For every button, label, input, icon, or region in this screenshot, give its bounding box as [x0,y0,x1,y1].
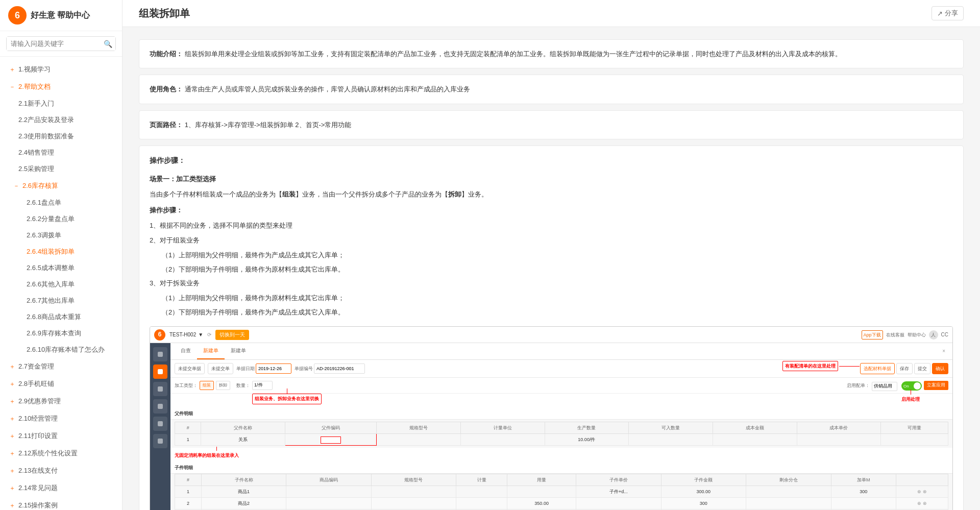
mock-toggle-on[interactable]: On [901,381,922,391]
mock-parent-section-title: 父件明细 [170,408,952,420]
sidebar-item-other-out[interactable]: 2.6.7其他出库单 [0,293,122,309]
mock-lower-table-wrap: # 子件名称 商品编码 规格型号 计量 用量 子件单价 子件金额 剩余分仓 [170,474,952,510]
mock-tab-close: × [939,343,948,359]
mock-submit-btn[interactable]: 提交 [914,363,930,374]
plus-icon6: ＋ [8,432,16,440]
mock-no-input[interactable] [314,363,365,374]
sidebar-item-video[interactable]: ＋ 1.视频学习 [0,61,122,78]
mock-enable-input[interactable] [872,382,897,391]
mock-uncommitted-btn2[interactable]: 未提交单 [208,363,233,374]
role-section: 使用角色： 通常由生产人员或库管人员完成拆装业务的操作，库管人员确认原材料的出库… [139,75,964,104]
sidebar-item-other-in[interactable]: 2.6.6其他入库单 [0,276,122,293]
sidebar-item-stocktake[interactable]: 2.6.1盘点单 [0,195,122,211]
mock-th-child-price: 子件单价 [576,474,661,485]
role-label: 使用角色： [150,85,183,93]
annotation-enable-text: 启用处理 [899,395,922,404]
mock-upper-table-wrap: # 父件名称 父件编码 规格型号 计量单位 生产数量 可入数量 成本金额 成本单 [170,420,952,448]
sidebar-item-adjust[interactable]: 2.6.3调拨单 [0,227,122,244]
sidebar-item-print[interactable]: ＋ 2.11打印设置 [0,427,122,445]
step-2-1: （1）上部明细为父件明细，最终作为产成品生成其它入库单； [162,249,953,261]
mock-toggle-knob [914,382,921,390]
step-2: 2、对于组装业务 [150,234,953,246]
sidebar-item-stock-query[interactable]: 2.6.9库存账本查询 [0,325,122,342]
share-icon: ↗ [937,10,943,17]
sidebar-item-data-prep[interactable]: 2.3使用前数据准备 [0,128,122,144]
mock-switch-btn[interactable]: 切换到一天 [215,330,249,340]
mock-select-material-btn[interactable]: 选配材料单据 [860,363,895,374]
sidebar-item-coupon[interactable]: ＋ 2.9优惠券管理 [0,393,122,410]
sidebar-item-stock-err[interactable]: 2.6.10库存账本错了怎么办 [0,342,122,358]
step-3: 3、对于拆装业务 [150,277,953,289]
sidebar-item-mobile[interactable]: ＋ 2.8手机旺铺 [0,375,122,393]
mock-toolbar: 未提交单据 未提交单 单据日期 单据编号 [170,360,952,378]
plus-icon5: ＋ [8,415,16,423]
plus-icon3: ＋ [8,380,16,388]
path-text: 1、库存核算->库存管理->组装拆卸单 2、首页->常用功能 [185,121,352,129]
plus-icon7: ＋ [8,449,16,457]
sidebar-item-sales[interactable]: 2.4销售管理 [0,144,122,161]
sidebar-item-install[interactable]: 2.2产品安装及登录 [0,112,122,128]
logo-icon: 6 [8,6,27,25]
mock-th-child-code: 商品编码 [286,474,371,485]
path-label: 页面路径： [150,121,183,129]
mock-th-parent-code: 父件编码 [285,422,376,433]
sidebar-item-faq[interactable]: ＋ 2.14常见问题 [0,479,122,497]
mock-th-child-extra: 加单M [831,474,896,485]
mock-save-btn[interactable]: 保存 [896,363,913,374]
step-1: 1、根据不同的业务，选择不同单据的类型来处理 [150,220,953,231]
mock-tab-new[interactable]: 新建单 [197,343,225,359]
mock-sidebar-icon5 [153,417,167,431]
mock-uncommitted-btn[interactable]: 未提交单据 [175,363,205,374]
mock-row-action2[interactable]: ⊕ ⊗ [917,501,927,506]
mock-no-field: 单据编号 [295,363,365,374]
step-2-2: （2）下部明细为子件明细，最终作为原材料生成其它出库单。 [162,263,953,275]
sidebar-item-cost-adjust[interactable]: 2.6.5成本调整单 [0,260,122,276]
sidebar-item-docs[interactable]: － 2.帮助文档 [0,78,122,95]
mock-tab-list[interactable]: 自查 [175,343,197,359]
step-3-1: （1）上部明细为父件明细，最终作为原材料生成其它出库单； [162,292,953,304]
mock-refresh-icon: ⟳ [207,330,211,339]
mock-th-avail: 可用量 [881,422,948,433]
sidebar-item-cost-calc[interactable]: 2.6.8商品成本重算 [0,309,122,325]
mock-apply-btn[interactable]: 立案应用 [924,381,948,390]
sidebar-item-split-stock[interactable]: 2.6.2分量盘点单 [0,211,122,227]
mock-topbar-icons: App下载 在线客服 帮助中心 人 CC [862,330,948,339]
mock-date-input[interactable] [256,363,291,374]
mock-td-in-qty [629,434,713,446]
sidebar: 6 好生意 帮助中心 🔍 ＋ 1.视频学习 － 2.帮助文档 2.1新手入门 2… [0,0,122,510]
search-icon[interactable]: 🔍 [104,40,112,48]
step-3-2: （2）下部明细为子件明细，最终作为产成品生成其它入库单。 [162,306,953,318]
sidebar-item-assembly[interactable]: 2.6.4组装拆卸单 [0,244,122,260]
sidebar-item-ops[interactable]: ＋ 2.10经营管理 [0,410,122,427]
mock-type-assembly-btn[interactable]: 组装 [200,381,214,390]
scenario1-intro-text: 当由多个子件材料组装成一个成品的业务为【组装】业务，当由一个父件拆分成多个子产品… [150,190,488,198]
table-row: 1 关系 10.00/件 [175,434,948,446]
sidebar-item-new-user[interactable]: 2.1新手入门 [0,95,122,112]
sidebar-item-cases[interactable]: ＋ 2.15操作案例 [0,497,122,510]
mock-parent-code-input[interactable] [321,436,341,444]
mock-confirm-btn[interactable]: 确认 [932,363,948,374]
sidebar-item-inventory[interactable]: － 2.6库存核算 [0,177,122,195]
annotation-type-text: 组装业务、拆卸业务在这里切换 [252,394,322,404]
mock-type-disassembly-btn[interactable]: 拆卸 [216,381,230,390]
mock-annotation-no-fixed: 无固定消耗率的组装在这里录入 [175,453,239,458]
main-content: 功能介绍： 组装拆卸单用来处理企业组装或拆卸等加工业务，支持有固定装配清单的产品… [122,27,980,510]
scenario1-title: 场景一：加工类型选择 [150,173,953,185]
mock-user-icon: 人 [929,330,938,339]
sidebar-item-online-pay[interactable]: ＋ 2.13在线支付 [0,462,122,479]
sidebar-header: 6 好生意 帮助中心 [0,0,122,31]
table-row: 1 商品1 子件+d... 300.00 [175,485,948,497]
mock-td-parent-name: 关系 [201,434,285,446]
mock-th-unit: 计量单位 [460,422,545,433]
mock-tab-new2[interactable]: 新建单 [225,343,252,359]
sidebar-item-finance[interactable]: ＋ 2.7资金管理 [0,358,122,375]
share-button[interactable]: ↗ 分享 [932,6,964,20]
sidebar-item-purchase[interactable]: 2.5采购管理 [0,161,122,177]
mock-row-action[interactable]: ⊕ ⊗ [917,489,927,494]
search-input[interactable] [7,37,115,51]
annotation-enable-hint: 启用处理 [899,390,922,404]
mock-main-panel: 自查 新建单 新建单 × 未提交单据 未提交单 单据 [170,343,952,510]
sidebar-item-custom[interactable]: ＋ 2.12系统个性化设置 [0,445,122,462]
search-wrap: 🔍 [6,36,116,51]
plus-icon: ＋ [8,65,16,74]
